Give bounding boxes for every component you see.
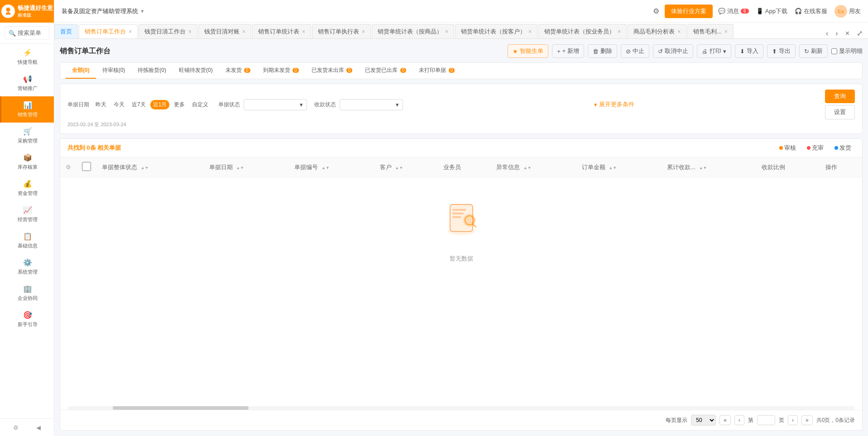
plus-icon: + [557,48,561,55]
app-download-button[interactable]: 📱 App下载 [756,7,787,15]
date-btn-7days[interactable]: 近7天 [129,100,149,109]
print-button[interactable]: 🖨 打印 ▾ [697,44,731,58]
delete-icon: 🗑 [593,48,599,55]
tabs-expand-button[interactable]: ⤢ [854,28,865,38]
sidebar-item-sales[interactable]: 📊 销售管理 [0,96,54,123]
guide-icon: 🎯 [23,311,32,319]
sub-tab-shipped-warehoused[interactable]: 已发货已出库 0 [359,63,412,79]
sidebar-item-inventory[interactable]: 📦 库存核算 [0,149,54,175]
date-btn-custom[interactable]: 自定义 [189,100,211,109]
sort-icon: ▲▼ [699,166,707,170]
sub-tab-all[interactable]: 全部(0) [66,63,96,79]
smart-create-button[interactable]: ★ 智能生单 [508,44,548,58]
sidebar-item-operation[interactable]: 📈 经营管理 [0,201,54,227]
sidebar-item-guide[interactable]: 🎯 新手引导 [0,306,54,332]
tabs-close-all-button[interactable]: × [843,28,852,38]
tab-close-icon[interactable]: × [677,28,681,35]
sidebar-item-finance[interactable]: 💰 资金管理 [0,175,54,201]
solution-button[interactable]: 体验行业方案 [665,5,713,18]
sidebar-item-purchase[interactable]: 🛒 采购管理 [0,123,54,149]
sub-tab-shipped-not-warehoused[interactable]: 已发货未出库 0 [305,63,359,79]
tab-cash-reconcile[interactable]: 钱货日清对账 × [198,24,251,38]
query-button[interactable]: 查询 [825,90,855,103]
tab-close-icon[interactable]: × [129,28,132,35]
review-button[interactable]: 审核 [776,142,800,153]
horizontal-scrollbar[interactable] [67,406,855,410]
first-page-button[interactable]: « [719,415,731,425]
tab-close-icon[interactable]: × [618,28,621,35]
date-btn-more[interactable]: 更多 [171,100,187,109]
message-button[interactable]: 💬 消息 6 [718,7,749,15]
tab-sales-by-employee[interactable]: 销货单统计表（按业务员） × [538,24,627,38]
prev-page-button[interactable]: ‹ [734,415,744,425]
add-button[interactable]: + + 新增 [552,44,584,58]
last-page-button[interactable]: » [801,415,813,425]
expand-filter-button[interactable]: ▾ 展开更多条件 [594,100,634,109]
tabs-next-button[interactable]: › [833,28,840,38]
sidebar-item-quick-nav[interactable]: ⚡ 快捷导航 [0,44,54,70]
sidebar-item-enterprise[interactable]: 🏢 企业协同 [0,280,54,306]
column-settings-icon[interactable]: ⚙ [66,164,71,171]
date-btn-1month[interactable]: 近1月 [150,100,170,109]
tab-sales-by-product[interactable]: 销货单统计表（按商品） × [372,24,454,38]
sub-tab-pending-inspect[interactable]: 待拣验货(0) [131,63,173,79]
tab-close-icon[interactable]: × [362,28,365,35]
status-select[interactable]: ▾ [244,99,307,110]
search-menu-button[interactable]: 🔍 搜索菜单 [5,26,49,40]
tab-sales-workbench[interactable]: 销售订单工作台 × [79,24,138,39]
topbar-settings-button[interactable]: ⚙ [653,7,659,15]
message-icon: 💬 [718,8,725,14]
sidebar-settings-button[interactable]: ⚙ [13,423,19,431]
tab-close-icon[interactable]: × [528,28,532,35]
date-btn-yesterday[interactable]: 昨天 [93,100,109,109]
tab-close-icon[interactable]: × [242,28,245,35]
tab-close-icon[interactable]: × [302,28,305,35]
refresh-button[interactable]: ↻ 刷新 [799,44,828,58]
tab-sales-exec[interactable]: 销售订单执行表 × [312,24,371,38]
online-service-button[interactable]: 🎧 在线客服 [795,7,827,15]
sub-tab-shop-pending-ship[interactable]: 旺铺待发货(0) [173,63,219,79]
svg-rect-5 [452,216,461,218]
sidebar-item-basic[interactable]: 📋 基础信息 [0,227,54,254]
select-all-checkbox[interactable] [82,162,91,171]
dropdown-arrow-icon: ▾ [396,101,399,108]
tab-sales-by-customer[interactable]: 销货单统计表（按客户） × [455,24,537,38]
stop-button[interactable]: ⊘ 中止 [621,44,649,58]
app-logo: 畅捷通好生意 标准版 [0,0,54,23]
delete-button[interactable]: 🗑 删除 [588,44,617,58]
col-header-employee: 业务员 [438,157,491,177]
scrollbar-thumb[interactable] [113,406,249,410]
empty-icon [439,195,484,241]
sub-tab-overdue-not-shipped[interactable]: 到期未发货 0 [257,63,305,79]
show-detail-checkbox[interactable]: 显示明细 [831,47,863,55]
page-size-select[interactable]: 50 100 200 [691,415,716,426]
user-menu[interactable]: Ea 用友 [834,5,861,18]
ship-button[interactable]: 发货 [831,142,855,153]
sidebar-collapse-button[interactable]: ◀ [36,423,41,431]
tab-close-icon[interactable]: × [445,28,448,35]
date-btn-today[interactable]: 今天 [111,100,127,109]
tab-close-icon[interactable]: × [188,28,192,35]
sidebar-item-marketing[interactable]: 📢 营销推广 [0,70,54,96]
table-scroll-container[interactable]: ⚙ 单据整体状态 ▲▼ 单据日期 ▲▼ [60,157,862,406]
tab-close-icon[interactable]: × [724,28,728,35]
sidebar-item-system[interactable]: ⚙️ 系统管理 [0,254,54,280]
payment-select[interactable]: ▾ [340,99,403,110]
headset-icon: 🎧 [795,8,802,14]
tab-cash-clearance[interactable]: 钱货日清工作台 × [139,24,197,38]
filter-settings-button[interactable]: 设置 [825,105,855,119]
tabs-prev-button[interactable]: ‹ [823,28,831,38]
page-number-input[interactable]: 1 [757,415,775,425]
sub-tab-pending-review[interactable]: 待审核(0) [96,63,132,79]
tab-sales-stats[interactable]: 销售订单统计表 × [252,24,311,38]
import-button[interactable]: ⬇ 导入 [735,44,763,58]
tab-gross-margin[interactable]: 商品毛利分析表 × [628,24,686,38]
next-page-button[interactable]: › [788,415,798,425]
export-button[interactable]: ⬆ 导出 [767,44,796,58]
sub-tab-not-shipped[interactable]: 未发货 0 [219,63,257,79]
tab-home[interactable]: 首页 [54,24,78,38]
sub-tab-not-printed[interactable]: 未打印单据 0 [412,63,461,79]
tab-sales-profit[interactable]: 销售毛利... × [687,24,734,38]
cancel-stop-button[interactable]: ↺ 取消中止 [653,44,693,58]
un-review-button[interactable]: 充审 [803,142,827,153]
